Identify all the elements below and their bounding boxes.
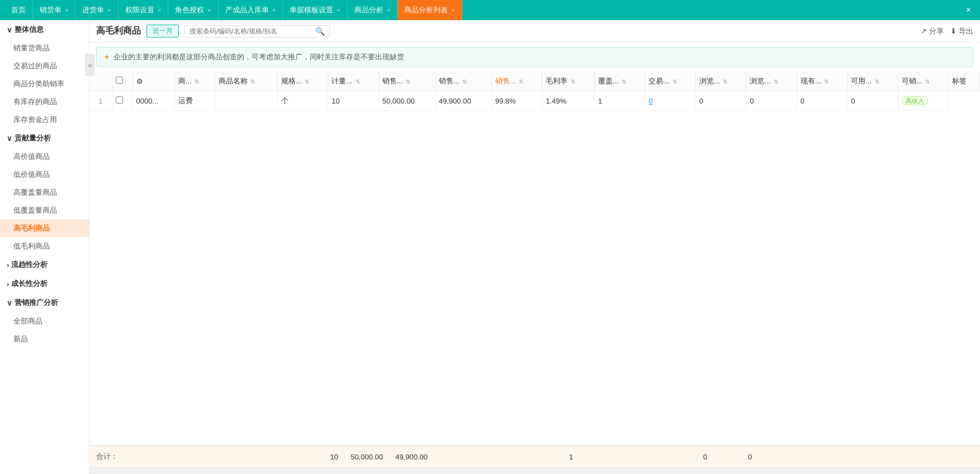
col-tag[interactable]: 标签 [949,72,980,91]
sidebar-item-new-goods[interactable]: 新品 [0,330,89,348]
col-gross-margin[interactable]: 毛利率 ⇅ [542,72,595,91]
cell-coverage: 1.49% [542,91,595,111]
share-button[interactable]: ↗ 分享 [921,26,944,36]
table-container: ⚙ 商... ⇅ 商品名称 ⇅ 规格... ⇅ [89,72,980,445]
header-actions: ↗ 分享 ⬇ 导出 [921,26,973,36]
sort-icon-unit: ⇅ [356,78,360,85]
sidebar-item-high-coverage[interactable]: 高覆盖量商品 [0,184,89,201]
cell-sku-code: 0000... [132,91,174,111]
col-stock-current[interactable]: 现有... ⇅ [797,72,847,91]
cell-checkbox[interactable] [112,91,132,111]
sort-icon-spec: ⇅ [305,78,309,85]
sidebar-item-low-margin[interactable]: 低毛利商品 [0,237,89,255]
tab-purchase-order[interactable]: 进货单 × [75,0,118,20]
sidebar-group-overall[interactable]: ∨ 整体信息 [0,20,89,39]
sort-icon-profit: ⇅ [519,78,523,85]
cell-views1[interactable]: 0 [645,91,695,111]
sidebar-item-category-sales-rate[interactable]: 商品分类助销率 [0,75,89,93]
arrow-down-icon-3: ∨ [7,299,12,307]
footer-values: 10 50,000.00 49,900.00 1 0 0 [129,453,755,461]
sidebar-item-in-stock-goods[interactable]: 有库存的商品 [0,93,89,111]
footer-stock-available: 0 [711,453,755,461]
sidebar-item-sales-goods[interactable]: 销量货商品 [0,39,89,57]
tab-sales-order[interactable]: 销货单 × [33,0,75,20]
col-sales-qty[interactable]: 销售... ⇅ [378,72,435,91]
content-header: 高毛利商品 近一月 🔍 ↗ 分享 ⬇ 导出 [89,20,980,43]
sort-icon-sa: ⇅ [875,78,879,85]
table-body: 1 0000... 运费 个 10 50,000.00 49,900.00 99… [89,91,980,111]
close-tab-role[interactable]: × [207,7,211,13]
tab-product-analysis-list[interactable]: 商品分析列表 × [397,0,462,20]
sort-icon-v2: ⇅ [774,78,778,85]
sidebar-group-growth[interactable]: › 成长性分析 [0,274,89,293]
arrow-down-icon-2: ∨ [7,134,12,143]
cell-index: 1 [89,91,112,111]
tab-role-auth[interactable]: 角色授权 × [168,0,218,20]
arrow-right-icon-2: › [7,280,9,288]
close-tab-purchase-order[interactable]: × [107,7,111,13]
footer-stock-current: 0 [666,453,711,461]
sidebar-item-all-goods[interactable]: 全部商品 [0,312,89,330]
tab-home[interactable]: 首页 [4,0,33,20]
sidebar-item-high-value[interactable]: 高价值商品 [0,148,89,166]
sort-icon-tx: ⇅ [673,78,677,85]
info-icon: ✦ [103,53,110,62]
sidebar-item-low-value[interactable]: 低价值商品 [0,166,89,184]
select-all-checkbox[interactable] [116,77,123,84]
sidebar-item-high-margin[interactable]: 高毛利商品 [0,219,89,237]
footer-sales-amount: 50,000.00 [342,453,386,461]
footer-transactions: 1 [532,453,576,461]
close-tab-analysis[interactable]: × [387,7,390,13]
col-stock-saleable[interactable]: 可销... ⇅ [898,72,948,91]
close-tab-storage[interactable]: × [272,7,276,13]
sort-icon-amount: ⇅ [462,78,467,85]
sidebar-collapse-button[interactable]: « [85,54,95,76]
col-sales-amount[interactable]: 销售... ⇅ [435,72,491,91]
export-button[interactable]: ⬇ 导出 [950,26,973,36]
search-icon[interactable]: 🔍 [315,27,325,36]
col-unit[interactable]: 计量... ⇅ [328,72,378,91]
col-spec[interactable]: 规格... ⇅ [277,72,328,91]
data-table: ⚙ 商... ⇅ 商品名称 ⇅ 规格... ⇅ [89,72,980,111]
sidebar-item-traded-goods[interactable]: 交易过的商品 [0,57,89,75]
tab-template-settings[interactable]: 单据模板设置 × [283,0,347,20]
col-views1[interactable]: 浏览... ⇅ [695,72,746,91]
tab-product-analysis[interactable]: 商品分析 × [348,0,397,20]
col-sales-profit[interactable]: 销售... ⇅ [491,72,542,91]
col-checkbox[interactable] [112,72,132,91]
cell-gross-margin: 99.8% [491,91,542,111]
col-name[interactable]: 商品名称 ⇅ [215,72,277,91]
close-all-button[interactable]: × [962,5,976,15]
col-transactions[interactable]: 交易... ⇅ [645,72,695,91]
row-checkbox[interactable] [116,96,123,104]
page-title: 高毛利商品 [96,25,141,37]
close-tab-permission[interactable]: × [158,7,161,13]
tab-permission-settings[interactable]: 权限设置 × [119,0,168,20]
sidebar-item-stock-capital[interactable]: 库存资金占用 [0,111,89,129]
sort-icon-v1: ⇅ [723,78,727,85]
sidebar-group-contribution[interactable]: ∨ 贡献量分析 [0,129,89,148]
cell-sales-profit: 49,900.00 [435,91,491,111]
sidebar-group-trend[interactable]: › 流趋性分析 [0,255,89,274]
tab-product-storage[interactable]: 产成品入库单 × [219,0,283,20]
main-container: ∨ 整体信息 销量货商品 交易过的商品 商品分类助销率 有库存的商品 库存资金占… [0,20,980,474]
col-sku-code[interactable]: 商... ⇅ [174,72,215,91]
footer-spacer2 [487,453,532,461]
sidebar-group-marketing[interactable]: ∨ 营销推广分析 [0,293,89,312]
filter-button[interactable]: 近一月 [146,25,179,37]
close-tab-sales-order[interactable]: × [65,7,68,13]
sort-icon-sku: ⇅ [195,78,199,85]
bottom-scrollbar[interactable] [89,467,980,474]
cell-tag: 高收入 [898,91,948,111]
col-settings[interactable]: ⚙ [132,72,174,91]
sidebar-item-low-coverage[interactable]: 低覆盖量商品 [0,201,89,219]
footer-sales-qty [129,453,297,461]
col-views2[interactable]: 浏览... ⇅ [746,72,797,91]
col-stock-available[interactable]: 可用... ⇅ [848,72,898,91]
cell-stock-current: 0 [746,91,797,111]
col-coverage[interactable]: 覆盖... ⇅ [594,72,645,91]
footer-spacer3 [576,453,621,461]
close-tab-template[interactable]: × [337,7,340,13]
close-tab-analysis-list[interactable]: × [451,7,455,13]
search-input[interactable] [190,27,315,35]
